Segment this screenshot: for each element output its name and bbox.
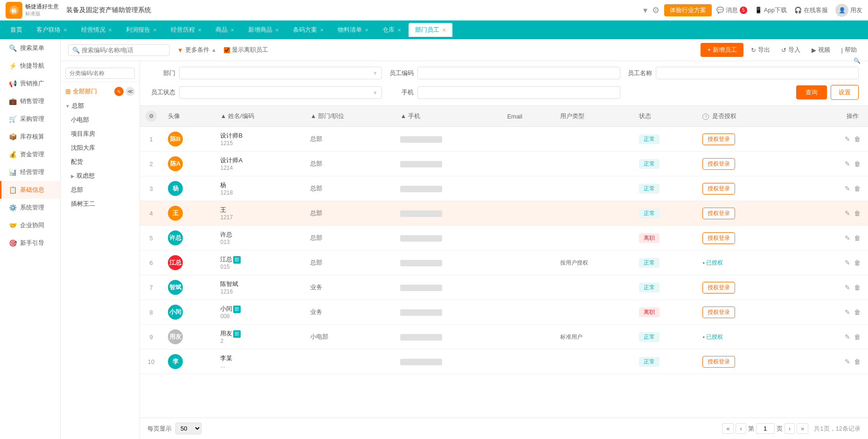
th-dept[interactable]: ▲ 部门/职位 bbox=[305, 106, 395, 127]
delete-icon-7[interactable]: 🗑 bbox=[854, 284, 861, 291]
sidebar-item-system[interactable]: ⚙️ 系统管理 bbox=[0, 199, 60, 216]
auth-btn-7[interactable]: 授权登录 bbox=[702, 282, 735, 293]
sidebar-item-sales[interactable]: 💼 销售管理 bbox=[0, 92, 60, 110]
experience-btn[interactable]: 体验行业方案 bbox=[664, 4, 712, 16]
tab-new-goods[interactable]: 新增商品 ✕ bbox=[242, 23, 285, 37]
search-input[interactable] bbox=[82, 47, 166, 54]
th-settings[interactable]: ⚙ bbox=[140, 106, 162, 127]
delete-icon-10[interactable]: 🗑 bbox=[854, 358, 861, 365]
sidebar-item-guide[interactable]: 🎯 新手引导 bbox=[0, 234, 60, 252]
dept-node-xiaodibu[interactable]: 小电部 bbox=[61, 113, 139, 127]
edit-icon-5[interactable]: ✎ bbox=[845, 234, 850, 242]
tab-bom-close[interactable]: ✕ bbox=[365, 28, 368, 33]
auth-btn-10[interactable]: 授权登录 bbox=[702, 356, 735, 368]
tab-dept-staff-close[interactable]: ✕ bbox=[442, 28, 446, 33]
tab-profit-close[interactable]: ✕ bbox=[153, 28, 157, 33]
tab-barcode[interactable]: 条码方案 ✕ bbox=[286, 23, 330, 37]
tab-new-goods-close[interactable]: ✕ bbox=[275, 28, 279, 33]
adv-dept-select[interactable]: ▾ bbox=[179, 67, 382, 79]
reset-btn[interactable]: 设置 bbox=[831, 85, 859, 100]
first-page-btn[interactable]: « bbox=[722, 423, 734, 434]
sidebar-item-mgmt[interactable]: 📊 经营管理 bbox=[0, 163, 60, 181]
search-submit-btn[interactable]: 查询 bbox=[796, 85, 827, 99]
video-btn[interactable]: ▶ 视频 bbox=[808, 44, 834, 56]
online-service-btn[interactable]: 🎧 在线客服 bbox=[794, 6, 828, 14]
delete-icon-8[interactable]: 🗑 bbox=[854, 308, 861, 316]
add-employee-btn[interactable]: + 新增员工 bbox=[701, 43, 743, 57]
dept-collapse-icon[interactable]: ≪ bbox=[125, 87, 135, 96]
dept-node-zongbu[interactable]: 总部 bbox=[61, 183, 139, 197]
dept-settings-icon[interactable]: ✎ bbox=[114, 87, 124, 96]
sidebar-item-purchase[interactable]: 🛒 采购管理 bbox=[0, 110, 60, 128]
auth-btn-2[interactable]: 授权登录 bbox=[702, 158, 735, 170]
edit-icon-7[interactable]: ✎ bbox=[845, 284, 850, 291]
tab-goods[interactable]: 商品 ✕ bbox=[209, 23, 241, 37]
auth-btn-8[interactable]: 授权登录 bbox=[702, 307, 735, 318]
tab-bom[interactable]: 物料清单 ✕ bbox=[331, 23, 375, 37]
dept-node-chashuwang[interactable]: 插树王二 bbox=[61, 197, 139, 211]
auth-btn-3[interactable]: 授权登录 bbox=[702, 183, 735, 195]
sidebar-item-nav[interactable]: ⚡ 快捷导航 bbox=[0, 57, 60, 75]
tab-warehouse-close[interactable]: ✕ bbox=[397, 28, 401, 33]
delete-icon-4[interactable]: 🗑 bbox=[854, 209, 861, 217]
dept-node-shenyang[interactable]: 沈阳大库 bbox=[61, 141, 139, 155]
dept-node-shuanglv[interactable]: ▶ 双虑想 bbox=[61, 169, 139, 183]
dept-search-input[interactable] bbox=[65, 68, 135, 79]
user-area[interactable]: 👤 用友 bbox=[835, 4, 862, 17]
tab-history[interactable]: 经营历程 ✕ bbox=[164, 23, 208, 37]
adv-phone-input[interactable] bbox=[417, 86, 620, 99]
delete-icon-5[interactable]: 🗑 bbox=[854, 234, 861, 242]
adv-name-input[interactable] bbox=[656, 67, 859, 79]
tab-operation-close[interactable]: ✕ bbox=[108, 28, 112, 33]
tab-profit[interactable]: 利润报告 ✕ bbox=[119, 23, 163, 37]
import-btn[interactable]: ↺ 导入 bbox=[778, 44, 804, 56]
message-btn[interactable]: 💬 消息 5 bbox=[716, 6, 747, 14]
dept-node-general[interactable]: ▼ 总部 bbox=[61, 99, 139, 113]
th-name[interactable]: ▲ 姓名/编码 bbox=[215, 106, 305, 127]
help-btn[interactable]: | 帮助 bbox=[838, 44, 861, 56]
app-download-btn[interactable]: 📱 App下载 bbox=[755, 6, 787, 14]
tab-home[interactable]: 首页 bbox=[4, 23, 29, 37]
delete-icon-2[interactable]: 🗑 bbox=[854, 160, 861, 167]
sidebar-item-inventory[interactable]: 📦 库存核算 bbox=[0, 128, 60, 146]
tab-goods-close[interactable]: ✕ bbox=[230, 28, 234, 33]
more-filter-btn[interactable]: ▼ 更多条件 ▲ bbox=[174, 44, 220, 56]
settings-gear-icon[interactable]: ⚙ bbox=[652, 5, 660, 15]
auth-btn-5[interactable]: 授权登录 bbox=[702, 232, 735, 244]
delete-icon-9[interactable]: 🗑 bbox=[854, 333, 861, 341]
tab-history-close[interactable]: ✕ bbox=[198, 28, 201, 33]
tab-customer-close[interactable]: ✕ bbox=[63, 28, 67, 33]
tab-customer[interactable]: 客户联络 ✕ bbox=[30, 23, 74, 37]
edit-icon-3[interactable]: ✎ bbox=[845, 185, 850, 192]
sidebar-item-search[interactable]: 🔍 搜索菜单 bbox=[0, 39, 60, 57]
edit-icon-4[interactable]: ✎ bbox=[845, 209, 850, 217]
show-resign-checkbox-label[interactable]: 显示离职员工 bbox=[224, 46, 268, 54]
tab-operation[interactable]: 经营情况 ✕ bbox=[75, 23, 118, 37]
th-phone[interactable]: ▲ 手机 bbox=[395, 106, 501, 127]
per-page-select[interactable]: 50 100 200 bbox=[175, 423, 201, 434]
tab-barcode-close[interactable]: ✕ bbox=[320, 28, 324, 33]
edit-icon-1[interactable]: ✎ bbox=[845, 135, 850, 143]
tab-warehouse[interactable]: 仓库 ✕ bbox=[376, 23, 408, 37]
sidebar-item-basic[interactable]: 📋 基础信息 bbox=[0, 181, 60, 199]
next-page-btn[interactable]: › bbox=[785, 423, 795, 434]
sidebar-item-collab[interactable]: 🤝 企业协同 bbox=[0, 216, 60, 234]
delete-icon-6[interactable]: 🗑 bbox=[854, 259, 861, 266]
last-page-btn[interactable]: » bbox=[797, 423, 808, 434]
delete-icon-3[interactable]: 🗑 bbox=[854, 185, 861, 192]
export-btn[interactable]: ↻ 导出 bbox=[747, 44, 774, 56]
adv-status-select[interactable]: ▾ bbox=[179, 86, 382, 99]
auth-btn-4[interactable]: 授权登录 bbox=[702, 208, 735, 219]
prev-page-btn[interactable]: ‹ bbox=[736, 423, 746, 434]
delete-icon-1[interactable]: 🗑 bbox=[854, 135, 861, 143]
show-resign-checkbox[interactable] bbox=[224, 47, 230, 53]
search-box[interactable]: 🔍 bbox=[68, 44, 170, 56]
adv-code-input[interactable] bbox=[417, 67, 620, 79]
sidebar-item-marketing[interactable]: 📢 营销推广 bbox=[0, 75, 60, 92]
edit-icon-2[interactable]: ✎ bbox=[845, 160, 850, 167]
edit-icon-6[interactable]: ✎ bbox=[845, 259, 850, 266]
auth-btn-1[interactable]: 授权登录 bbox=[702, 133, 735, 145]
col-settings-icon[interactable]: ⚙ bbox=[146, 111, 157, 122]
edit-icon-10[interactable]: ✎ bbox=[845, 358, 850, 365]
sidebar-item-finance[interactable]: 💰 资金管理 bbox=[0, 146, 60, 163]
